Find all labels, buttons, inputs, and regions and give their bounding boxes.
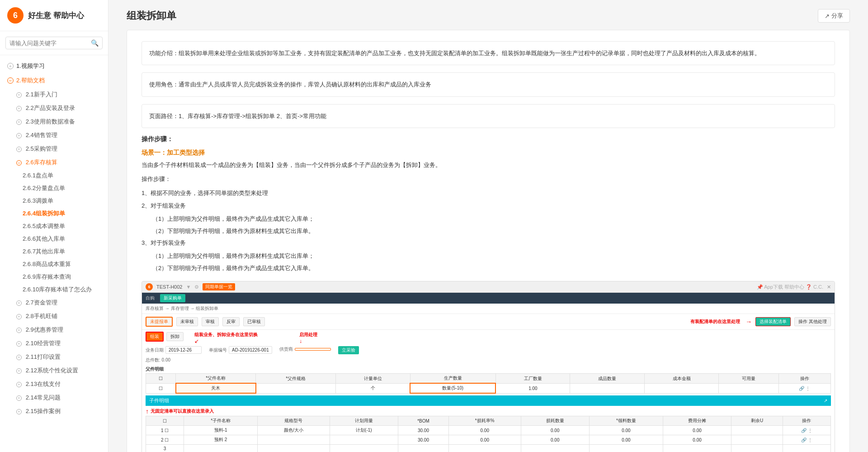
sidebar-item-print[interactable]: + 2.11打印设置 — [0, 350, 108, 364]
search-input[interactable] — [9, 40, 91, 47]
sidebar-item-transfer[interactable]: 2.6.3调拨单 — [0, 195, 108, 207]
ss-btn-unreview[interactable]: 反审 — [222, 317, 240, 326]
sidebar-item-dataprep[interactable]: + 2.3使用前数据准备 — [0, 115, 108, 128]
annotation-type-switch: 组装业务、拆卸业务在这里切换 — [194, 332, 258, 338]
ss-titlebar: 6 TEST-H002 ▼ ⚙ 同期单据一览 📌 App下载 帮助中心 ❓ C.… — [142, 281, 835, 293]
sidebar-item-inv-ledger[interactable]: 2.6.9库存账本查询 — [0, 271, 108, 283]
search-box[interactable]: 🔍 — [5, 37, 103, 49]
sidebar-item-inventory[interactable]: − 2.6库存核算 — [0, 156, 108, 169]
ss-th-finished-qty: 成品数量 — [570, 374, 644, 384]
ss-inner: 自购 新采购单 库存核算 → 库存管理 → 组装拆卸单 未提报单 未审核 审核 … — [142, 293, 835, 452]
main-header: 组装拆卸单 ↗ 分享 — [108, 0, 868, 30]
sidebar-item-inv-ledger-fix[interactable]: 2.6.10库存账本错了怎么办 — [0, 283, 108, 296]
ss-th-parent-spec: *父件规格 — [256, 374, 336, 384]
ss-th-unit: 计量单位 — [336, 374, 410, 384]
role-text: 使用角色：通常由生产人员或库管人员完成拆装业务的操作，库管人员确认原材料的出库和… — [149, 81, 431, 88]
sidebar-item-videos[interactable]: + 1.视频学习 — [0, 59, 108, 73]
sidebar-item-capital[interactable]: + 2.7资金管理 — [0, 296, 108, 309]
sidebar-item-newbie[interactable]: + 2.1新手入门 — [0, 88, 108, 101]
sidebar-item-other-out[interactable]: 2.6.7其他出库单 — [0, 245, 108, 258]
ss-type-assembly[interactable]: 组装 — [146, 332, 164, 342]
ss-btn-draft[interactable]: 未提报单 — [146, 317, 173, 327]
sidebar-item-sales[interactable]: + 2.4销售管理 — [0, 128, 108, 142]
arrow-down-right: ↓ — [299, 338, 302, 344]
sidebar-item-install[interactable]: + 2.2产品安装及登录 — [0, 101, 108, 115]
logo-icon: 6 — [7, 7, 24, 24]
ss-breadcrumb: 库存核算 → 库存管理 → 组装拆卸单 — [142, 304, 835, 314]
role-block: 使用角色：通常由生产人员或库管人员完成拆装业务的操作，库管人员确认原材料的出库和… — [142, 72, 835, 96]
expand-icon: + — [16, 300, 22, 306]
ss-nav-purchase[interactable]: 新采购单 — [160, 294, 185, 302]
ss-th-ops: 操作 — [778, 374, 830, 384]
sidebar-section-2-label: 2.帮助文档 — [16, 76, 45, 85]
intro-block: 功能介绍：组装拆卸单用来处理企业组装或拆卸等加工业务，支持有固定装配清单的产品加… — [142, 41, 835, 65]
sidebar-item-cost-adj[interactable]: 2.6.5成本调整单 — [0, 220, 108, 233]
sidebar-item-mobile[interactable]: + 2.8手机旺铺 — [0, 309, 108, 323]
ss-btn-unreviewed[interactable]: 未审核 — [176, 317, 198, 326]
annotation-bom: 有装配清单的在这里处理 — [690, 319, 740, 325]
path-text: 页面路径：1、库存核算->库存管理->组装拆卸单 2、首页->常用功能 — [149, 113, 326, 119]
sidebar-item-stocktake[interactable]: 2.6.1盘点单 — [0, 169, 108, 182]
ss-company: TEST-H002 — [156, 284, 182, 290]
content-area: 功能介绍：组装拆卸单用来处理企业组装或拆卸等加工业务，支持有固定装配清单的产品加… — [127, 30, 850, 452]
expand-icon: + — [16, 119, 22, 125]
ss-upper-table-wrap: ☐ *父件名称 *父件规格 计量单位 生产数量 工厂数量 成品数量 成本金额 可… — [142, 373, 835, 394]
expand-icon: + — [16, 328, 22, 333]
expand-icon: + — [16, 368, 22, 374]
sidebar-item-faq[interactable]: + 2.14常见问题 — [0, 391, 108, 404]
sidebar-item-custom[interactable]: + 2.12系统个性化设置 — [0, 364, 108, 377]
ss-upper-label: 父件明细 — [142, 364, 835, 373]
ss-type-disassembly[interactable]: 拆卸 — [166, 332, 184, 341]
ss-upper-table: ☐ *父件名称 *父件规格 计量单位 生产数量 工厂数量 成品数量 成本金额 可… — [146, 373, 831, 394]
sidebar-item-docs[interactable]: − 2.帮助文档 — [0, 73, 108, 88]
ss-supplier-value[interactable] — [295, 348, 331, 351]
nav-section-2: − 2.帮助文档 + 2.1新手入门 + 2.2产品安装及登录 + 2.3使用前… — [0, 73, 108, 418]
ss-th-parent-name: *父件名称 — [176, 374, 256, 384]
step3: 3、对于拆装业务 — [142, 238, 835, 249]
ss-close-btn[interactable]: ✕ — [827, 284, 831, 290]
expand-icon: + — [16, 382, 22, 387]
scene1-desc: 当由多个子件材料组装成一个成品的业务为【组装】业务，当由一个父件拆分成多个子产品… — [142, 160, 835, 171]
ss-batch-btn[interactable]: 同期单据一览 — [203, 283, 235, 290]
ss-nav-home[interactable]: 自购 — [146, 295, 155, 301]
ss-btn-reviewed[interactable]: 已审核 — [243, 317, 265, 326]
search-icon[interactable]: 🔍 — [91, 39, 99, 47]
sidebar-item-ops[interactable]: + 2.10经营管理 — [0, 337, 108, 350]
table-row: 3 — [146, 445, 831, 452]
ss-date-value[interactable]: 2019-12-26 — [165, 346, 202, 354]
step2-sub1: （1）上部明细为父件明细，最终作为产成品生成其它入库单； — [152, 214, 835, 225]
sidebar-item-assembly[interactable]: 2.6.4组装拆卸单 — [0, 207, 108, 220]
nav-tree: + 1.视频学习 − 2.帮助文档 + 2.1新手入门 + 2.2产品安装及登录 — [0, 55, 108, 452]
screenshot: 6 TEST-H002 ▼ ⚙ 同期单据一览 📌 App下载 帮助中心 ❓ C.… — [142, 281, 835, 452]
sidebar-item-cost-recalc[interactable]: 2.6.8商品成本重算 — [0, 258, 108, 271]
sidebar-item-purchase[interactable]: + 2.5采购管理 — [0, 142, 108, 156]
ss-lower-table: ☐ *子件名称 规格型号 计划用量 *BOM *损耗率% 损耗数量 *领料数量 … — [146, 416, 831, 452]
table-row: 2 ☐ 预料 2 30.00 0.00 0.00 0.00 0.00 🔗 — [146, 435, 831, 445]
arrow-up-left: ↙ — [194, 338, 199, 344]
ss-btn-other[interactable]: 操作 其他处理 — [794, 317, 831, 326]
ss-btn-select-bom[interactable]: 选择装配清单 — [755, 317, 791, 326]
share-button[interactable]: ↗ 分享 — [818, 9, 850, 23]
scene1-title: 场景一：加工类型选择 — [142, 149, 835, 157]
expand-icon: + — [16, 395, 22, 401]
ss-toolbar: 未提报单 未审核 审核 反审 已审核 有装配清单的在这里处理 → 选择装配清单 … — [142, 314, 835, 330]
sidebar-item-coupon[interactable]: + 2.9优惠券管理 — [0, 323, 108, 337]
ss-order-field: 单据编号 AD-20191226-001 — [209, 346, 272, 354]
sidebar-item-cases[interactable]: + 2.15操作案例 — [0, 404, 108, 418]
sidebar-item-other-in[interactable]: 2.6.6其他入库单 — [0, 233, 108, 245]
app-name: 好生意 帮助中心 — [28, 10, 84, 21]
sidebar-item-online-pay[interactable]: + 2.13在线支付 — [0, 377, 108, 391]
intro-text: 功能介绍：组装拆卸单用来处理企业组装或拆卸等加工业务，支持有固定装配清单的产品加… — [149, 50, 760, 57]
ss-order-value[interactable]: AD-20191226-001 — [229, 346, 272, 354]
path-block: 页面路径：1、库存核算->库存管理->组装拆卸单 2、首页->常用功能 — [142, 104, 835, 128]
ss-lower-section-header: 子件明细 ↗ — [146, 395, 831, 406]
ss-th-prod-qty: 生产数量 — [410, 374, 495, 384]
ss-btn-review[interactable]: 审核 — [202, 317, 219, 326]
ss-confirm-btn[interactable]: 立采验 — [338, 346, 359, 354]
page-title: 组装拆卸单 — [127, 9, 176, 23]
expand-icon: + — [16, 409, 22, 414]
expand-icon: + — [16, 92, 22, 98]
share-icon: ↗ — [825, 13, 830, 19]
sidebar-item-partial-stocktake[interactable]: 2.6.2分量盘点单 — [0, 182, 108, 195]
ss-fields-row: 业务日期 2019-12-26 单据编号 AD-20191226-001 供货商… — [142, 344, 835, 356]
